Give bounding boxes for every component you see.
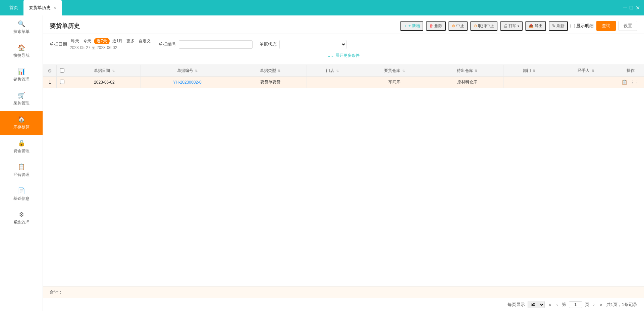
- expand-more-icon: ⌄⌄: [327, 53, 334, 58]
- cell-store: [307, 77, 358, 88]
- doc-no-link[interactable]: YH-20230602-0: [173, 80, 202, 85]
- department-sort-icon[interactable]: ⇅: [533, 69, 535, 73]
- operations-icon: 📋: [18, 163, 25, 171]
- date-btn-custom[interactable]: 自定义: [137, 38, 152, 44]
- table-row: 1 2023-06-02 YH-20230602-0 要货单要货 车间库: [43, 77, 644, 88]
- cell-index: 1: [43, 77, 57, 88]
- sidebar-item-purchase[interactable]: 🛒 采购管理: [0, 87, 43, 111]
- cell-doc-no: YH-20230602-0: [141, 77, 234, 88]
- doc-no-sort-icon[interactable]: ⇅: [195, 69, 198, 73]
- last-page-button[interactable]: »: [599, 302, 604, 308]
- row-edit-icon[interactable]: 📋: [622, 80, 627, 85]
- new-icon: ＋: [404, 23, 408, 29]
- status-select[interactable]: [279, 40, 346, 49]
- tab-requisition-history-label: 要货单历史: [29, 5, 51, 11]
- print-button[interactable]: 🖨 打印 ▾: [500, 21, 523, 31]
- next-page-button[interactable]: ›: [592, 302, 596, 308]
- page-goto-suffix: 页: [585, 302, 589, 308]
- print-label: 打印: [508, 23, 517, 29]
- refresh-button[interactable]: ↻ 刷新: [549, 21, 568, 31]
- sidebar-item-operations[interactable]: 📋 经营管理: [0, 159, 43, 182]
- print-dropdown-icon: ▾: [518, 24, 519, 28]
- cell-checkbox: [57, 77, 68, 88]
- table-header: ⚙ 单据日期 ⇅ 单据编号 ⇅: [43, 65, 644, 77]
- page-goto-prefix: 第: [562, 302, 566, 308]
- th-doc-type: 单据类型 ⇅: [234, 65, 307, 77]
- show-detail-toggle[interactable]: 显示明细: [571, 23, 594, 29]
- handler-sort-icon[interactable]: ⇅: [592, 69, 594, 73]
- tab-bar: 首页 要货单历史 ✕: [4, 0, 623, 15]
- action-icons: 📋 ⋮⋮: [621, 80, 640, 85]
- th-doc-no-label: 单据编号: [177, 68, 193, 73]
- cell-handler: [555, 77, 617, 88]
- pagination-bar: 每页显示 50 10 20 100 « ‹ 第 页 › » 共1页，1条记录: [43, 298, 644, 311]
- row-checkbox[interactable]: [60, 80, 64, 84]
- search-menu-icon: 🔍: [18, 20, 25, 28]
- doc-type-sort-icon[interactable]: ⇅: [278, 69, 280, 73]
- sidebar-item-finance-label: 资金管理: [13, 148, 30, 154]
- sidebar-item-inventory[interactable]: 🏠 库存核算: [0, 111, 43, 135]
- sidebar-item-finance[interactable]: 🔒 资金管理: [0, 135, 43, 159]
- prev-page-button[interactable]: ‹: [555, 302, 559, 308]
- sidebar-item-quick-nav[interactable]: 🏠 快捷导航: [0, 39, 43, 63]
- date-filter-label: 单据日期: [50, 41, 67, 47]
- sidebar-item-system[interactable]: ⚙ 系统管理: [0, 206, 43, 230]
- page-size-select[interactable]: 50 10 20 100: [528, 301, 545, 308]
- export-button[interactable]: 📤 导出: [525, 21, 546, 31]
- table-header-row: ⚙ 单据日期 ⇅ 单据编号 ⇅: [43, 65, 644, 77]
- sidebar-item-search-menu[interactable]: 🔍 搜索菜单: [0, 15, 43, 39]
- tab-requisition-history[interactable]: 要货单历史 ✕: [23, 0, 62, 15]
- status-filter: 单据状态: [259, 40, 346, 49]
- date-sort-icon[interactable]: ⇅: [112, 69, 115, 73]
- date-btn-more[interactable]: 更多: [125, 38, 136, 44]
- th-department-label: 部门: [523, 68, 531, 73]
- app-container: 首页 要货单历史 ✕ ─ □ ✕ 🔍 搜索菜单 🏠 快捷导航 📊: [0, 0, 644, 311]
- expand-more-area: ⌄⌄ 展开更多条件: [50, 51, 637, 60]
- sales-icon: 📊: [18, 68, 25, 75]
- table-settings-icon[interactable]: ⚙: [48, 68, 52, 74]
- sidebar-item-sales[interactable]: 📊 销售管理: [0, 63, 43, 87]
- cancel-stop-icon: ⊙: [474, 24, 477, 28]
- purchase-icon: 🛒: [18, 92, 25, 99]
- doc-no-input[interactable]: [179, 40, 253, 49]
- date-btn-7days[interactable]: 近7天: [94, 38, 110, 44]
- show-detail-checkbox[interactable]: [571, 24, 575, 28]
- new-button[interactable]: ＋ + 新增: [400, 21, 423, 31]
- sidebar-item-quick-nav-label: 快捷导航: [13, 53, 30, 58]
- date-btn-yesterday[interactable]: 昨天: [70, 38, 80, 44]
- select-all-checkbox[interactable]: [60, 68, 64, 73]
- expand-more-label: 展开更多条件: [335, 53, 360, 58]
- row-more-icon[interactable]: ⋮⋮: [630, 80, 639, 85]
- expand-more-button[interactable]: ⌄⌄ 展开更多条件: [327, 53, 360, 58]
- sidebar-item-basic-info[interactable]: 📄 基础信息: [0, 182, 43, 206]
- cell-pending-warehouse: 原材料仓库: [431, 77, 503, 88]
- cancel-stop-button[interactable]: ⊙ 取消中止: [470, 21, 497, 31]
- window-close-icon[interactable]: ✕: [636, 5, 640, 11]
- stop-button[interactable]: ⊗ 中止: [448, 21, 468, 31]
- query-button[interactable]: 查询: [596, 21, 616, 31]
- sidebar-item-search-menu-label: 搜索菜单: [13, 29, 30, 35]
- sidebar-item-inventory-label: 库存核算: [13, 124, 30, 130]
- tab-home[interactable]: 首页: [4, 0, 23, 15]
- window-minimize-icon[interactable]: ─: [623, 5, 627, 11]
- pending-warehouse-sort-icon[interactable]: ⇅: [475, 69, 477, 73]
- delete-button[interactable]: 🗑 删除: [426, 21, 446, 31]
- main-area: 🔍 搜索菜单 🏠 快捷导航 📊 销售管理 🛒 采购管理 🏠 库存核算 🔒: [0, 15, 644, 311]
- first-page-button[interactable]: «: [547, 302, 552, 308]
- date-range-display: 2023-05-27 至 2023-06-02: [70, 45, 152, 51]
- doc-no-label: 单据编号: [159, 41, 176, 47]
- date-btn-today[interactable]: 今天: [82, 38, 93, 44]
- top-bar: 首页 要货单历史 ✕ ─ □ ✕: [0, 0, 644, 15]
- cell-action: 📋 ⋮⋮: [617, 77, 644, 88]
- store-sort-icon[interactable]: ⇅: [336, 69, 339, 73]
- req-warehouse-sort-icon[interactable]: ⇅: [402, 69, 405, 73]
- tab-close-icon[interactable]: ✕: [53, 6, 56, 10]
- cell-req-warehouse: 车间库: [358, 77, 431, 88]
- window-maximize-icon[interactable]: □: [630, 5, 633, 11]
- page-number-input[interactable]: [569, 301, 582, 308]
- delete-label: 删除: [434, 23, 442, 29]
- date-btn-1month[interactable]: 近1月: [111, 38, 124, 44]
- settings-button[interactable]: 设置: [619, 21, 637, 31]
- th-req-warehouse: 要货仓库 ⇅: [358, 65, 431, 77]
- table-container: ⚙ 单据日期 ⇅ 单据编号 ⇅: [43, 65, 644, 286]
